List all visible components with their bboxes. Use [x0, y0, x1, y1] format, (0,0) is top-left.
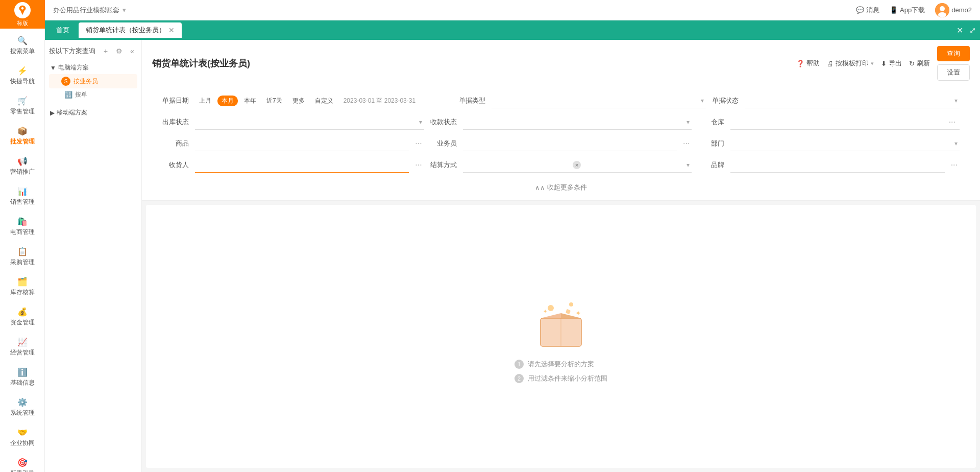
sidebar-item-quick[interactable]: ⚡ 快捷导航 [2, 62, 43, 90]
tab-report-label: 销货单统计表（按业务员） [86, 26, 165, 35]
message-btn[interactable]: 💬 消息 [856, 6, 879, 15]
sidebar-item-marketing[interactable]: 📢 营销推广 [2, 152, 43, 180]
sidebar-item-finance[interactable]: 💰 资金管理 [2, 303, 43, 331]
svg-point-10 [569, 302, 573, 306]
goods-dots-icon[interactable]: ··· [413, 139, 424, 148]
filter-row-3: 商品 ··· 业务员 ··· 部门 [162, 136, 960, 151]
date-pill-last-month[interactable]: 上月 [195, 96, 215, 106]
page-header-top: 销货单统计表(按业务员) ❓ 帮助 🖨 按模板打印 ▾ ⬇ [152, 46, 970, 81]
dept-select[interactable]: ▾ [730, 136, 960, 151]
empty-illustration: ✦ ✦ [530, 290, 592, 351]
doc-type-field: ▾ [492, 93, 706, 108]
finance-icon: 💰 [17, 307, 28, 317]
date-pill-7days[interactable]: 近7天 [262, 96, 286, 106]
payment-method-chevron-icon: ▾ [687, 161, 690, 169]
filter-row-2: 出库状态 ▾ 收款状态 ▾ [162, 114, 960, 130]
salesperson-dots-icon[interactable]: ··· [681, 139, 692, 148]
receipt-status-chevron-icon: ▾ [687, 119, 690, 126]
app-download-btn[interactable]: 📱 App下载 [890, 6, 925, 15]
svg-point-3 [938, 12, 946, 17]
settings-button[interactable]: 设置 [937, 64, 970, 81]
out-status-select[interactable]: ▾ [195, 114, 424, 130]
tree-expand-icon: ▼ [50, 64, 56, 72]
tab-home[interactable]: 首页 [49, 22, 77, 38]
tab-report[interactable]: 销货单统计表（按业务员） ✕ [79, 22, 182, 38]
salesperson-scheme-icon: S [61, 77, 70, 86]
goods-input[interactable] [195, 136, 409, 151]
sidebar-item-operation[interactable]: 📈 经营管理 [2, 333, 43, 361]
sidebar-item-system[interactable]: ⚙️ 系统管理 [2, 393, 43, 421]
tree-group-desktop-title[interactable]: ▼ 电脑端方案 [49, 61, 137, 74]
doc-type-select[interactable]: ▾ [492, 93, 706, 108]
sidebar: 标版 🔍 搜索菜单 ⚡ 快捷导航 🛒 零售管理 📦 批发管理 📢 营销推广 📊 … [0, 0, 45, 472]
collapse-panel-btn[interactable]: « [127, 46, 137, 56]
receiver-input[interactable] [195, 157, 409, 173]
left-panel: 按以下方案查询 + ⚙ « ▼ 电脑端方案 S 按业务员 🔢 [45, 40, 142, 472]
svg-point-9 [548, 305, 554, 311]
receipt-status-select[interactable]: ▾ [463, 114, 692, 130]
collapse-up-icon: ∧∧ [535, 184, 545, 192]
logo-tagline: 标版 [17, 19, 28, 27]
sidebar-item-search[interactable]: 🔍 搜索菜单 [2, 32, 43, 60]
action-buttons: 查询 设置 [937, 46, 970, 81]
dept-label: 部门 [698, 139, 724, 148]
sidebar-item-newbie[interactable]: 🎯 新手引导 [2, 454, 43, 472]
query-button[interactable]: 查询 [937, 46, 970, 61]
date-pill-more[interactable]: 更多 [288, 96, 309, 106]
breadcrumb-dropdown-icon[interactable]: ▾ [122, 6, 126, 14]
message-icon: 💬 [856, 6, 864, 14]
sidebar-item-basic[interactable]: ℹ️ 基础信息 [2, 363, 43, 391]
content: 按以下方案查询 + ⚙ « ▼ 电脑端方案 S 按业务员 🔢 [45, 40, 980, 472]
tree-item-byorder[interactable]: 🔢 按单 [49, 88, 137, 101]
sidebar-item-purchase[interactable]: 📋 采购管理 [2, 243, 43, 271]
tree-group-mobile-title[interactable]: ▶ 移动端方案 [49, 106, 137, 119]
tabbar: 首页 销货单统计表（按业务员） ✕ ✕ ⤢ [45, 20, 980, 40]
receiver-field: ··· [195, 157, 424, 173]
collapse-btn[interactable]: ∧∧ 收起更多条件 [162, 179, 960, 194]
date-pill-this-month[interactable]: 本月 [217, 96, 238, 106]
date-pill-custom[interactable]: 自定义 [311, 96, 337, 106]
system-icon: ⚙️ [17, 397, 28, 407]
warehouse-dots-icon[interactable]: ··· [947, 117, 958, 127]
purchase-icon: 📋 [17, 247, 28, 256]
tree-item-salesperson[interactable]: S 按业务员 [49, 74, 137, 88]
user-menu-btn[interactable]: demo2 [935, 3, 972, 17]
add-scheme-btn[interactable]: + [101, 46, 111, 56]
receiver-dots-icon[interactable]: ··· [413, 160, 424, 170]
refresh-btn[interactable]: ↻ 刷新 [909, 59, 930, 68]
sidebar-item-inventory[interactable]: 🗂️ 库存核算 [2, 273, 43, 301]
date-range: 2023-03-01 至 2023-03-31 [344, 97, 415, 105]
tabbar-right: ✕ ⤢ [957, 26, 976, 35]
sidebar-item-ecommerce[interactable]: 🛍️ 电商管理 [2, 213, 43, 241]
brand-input[interactable] [730, 157, 944, 173]
app-icon: 📱 [890, 6, 898, 14]
doc-status-label: 单据状态 [712, 96, 739, 105]
app-logo: 标版 [0, 0, 45, 29]
tab-close-icon[interactable]: ✕ [168, 26, 175, 34]
sidebar-item-wholesale[interactable]: 📦 批发管理 [2, 122, 43, 150]
warehouse-select[interactable]: ··· [730, 114, 960, 130]
payment-method-select[interactable]: × ▾ [463, 157, 692, 173]
retail-icon: 🛒 [17, 96, 28, 106]
date-pill-this-year[interactable]: 本年 [240, 96, 260, 106]
doc-status-select[interactable]: ▾ [745, 93, 960, 108]
warehouse-field: ··· [730, 114, 960, 130]
payment-method-clear-btn[interactable]: × [573, 161, 581, 169]
window-close-btn[interactable]: ✕ [957, 26, 963, 35]
brand-dots-icon[interactable]: ··· [949, 160, 960, 170]
empty-hints: 1 请先选择要分析的方案 2 用过滤条件来缩小分析范围 [514, 360, 607, 383]
print-btn[interactable]: 🖨 按模板打印 ▾ [827, 59, 874, 68]
window-maximize-btn[interactable]: ⤢ [969, 26, 976, 35]
sidebar-item-enterprise[interactable]: 🤝 企业协同 [2, 423, 43, 452]
goods-label: 商品 [162, 139, 189, 148]
scheme-settings-btn[interactable]: ⚙ [114, 46, 124, 56]
sidebar-item-retail[interactable]: 🛒 零售管理 [2, 92, 43, 120]
hint-num-1: 1 [514, 360, 524, 369]
sidebar-item-sales[interactable]: 📊 销售管理 [2, 182, 43, 210]
filter-row-4: 收货人 ··· 结算方式 × ▾ [162, 157, 960, 173]
export-btn[interactable]: ⬇ 导出 [881, 59, 902, 68]
help-btn[interactable]: ❓ 帮助 [796, 59, 820, 68]
payment-method-label: 结算方式 [430, 160, 457, 170]
out-status-label: 出库状态 [162, 117, 189, 127]
salesperson-input[interactable] [463, 136, 677, 151]
